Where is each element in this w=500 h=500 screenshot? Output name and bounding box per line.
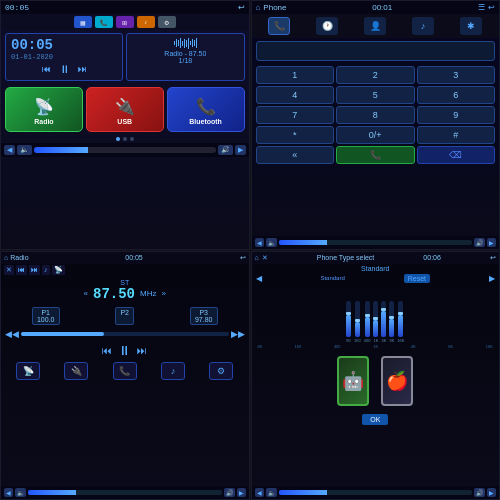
s4-eq-slider-1k[interactable] bbox=[373, 301, 378, 337]
s2-key-8[interactable]: 8 bbox=[336, 106, 415, 124]
s4-android-icon: 🤖 bbox=[337, 356, 369, 406]
s3-icon-prev[interactable]: ⏮ bbox=[16, 265, 27, 275]
s1-app-radio[interactable]: 📡 Radio bbox=[5, 87, 83, 132]
s2-menu-icon[interactable]: ☰ bbox=[478, 3, 485, 12]
s1-play-btn[interactable]: ⏸ bbox=[59, 63, 70, 75]
s1-progress-bar bbox=[34, 147, 216, 153]
s4-eq-handle-16k bbox=[398, 312, 403, 315]
s4-eq-slider-400[interactable] bbox=[365, 301, 370, 337]
s3-icon-note[interactable]: ♪ bbox=[42, 265, 50, 275]
s4-back-icon[interactable]: ↩ bbox=[490, 254, 496, 262]
s4-eq-slider-160[interactable] bbox=[355, 301, 360, 337]
s4-bb-vol-up[interactable]: 🔊 bbox=[474, 488, 485, 497]
s2-bb-vol-down[interactable]: 🔈 bbox=[266, 238, 277, 247]
s4-header-icons: ⌂ ✕ bbox=[255, 254, 268, 262]
s2-key-7[interactable]: 7 bbox=[256, 106, 335, 124]
s2-key-6[interactable]: 6 bbox=[417, 86, 496, 104]
s3-app-bt[interactable]: 📞 bbox=[113, 362, 137, 380]
s3-ctrl-prev[interactable]: ⏮ bbox=[102, 345, 112, 356]
s1-app-bluetooth[interactable]: 📞 Bluetooth bbox=[167, 87, 245, 132]
s2-tab-phone[interactable]: 📞 bbox=[268, 17, 290, 35]
s2-key-left-arrow[interactable]: « bbox=[256, 146, 335, 164]
s2-tab-bt[interactable]: ✱ bbox=[460, 17, 482, 35]
s2-call-btn[interactable]: 📞 bbox=[336, 146, 415, 164]
s4-close-icon[interactable]: ✕ bbox=[262, 254, 268, 262]
s1-back-btn[interactable]: ◀ bbox=[4, 145, 15, 155]
s4-eq-prev[interactable]: ◀ bbox=[256, 274, 262, 283]
s3-header-icons: ⌂ Radio bbox=[4, 254, 29, 261]
s1-vol-up-btn[interactable]: 🔊 bbox=[218, 145, 233, 155]
s2-home-icon[interactable]: ⌂ bbox=[256, 3, 261, 12]
s2-bb-vol-up[interactable]: 🔊 bbox=[474, 238, 485, 247]
s3-preset-3[interactable]: P3 97.80 bbox=[190, 307, 218, 325]
s1-back-icon[interactable]: ↩ bbox=[238, 3, 245, 12]
s1-bt-icon: 📞 bbox=[196, 97, 216, 116]
s2-key-star[interactable]: * bbox=[256, 126, 335, 144]
s4-eq-slider-80[interactable] bbox=[346, 301, 351, 337]
s3-icon-x[interactable]: ✕ bbox=[4, 265, 14, 275]
s2-tab-music[interactable]: ♪ bbox=[412, 17, 434, 35]
s3-bb-vol-down[interactable]: 🔈 bbox=[15, 488, 26, 497]
s4-eq-slider-16k[interactable] bbox=[398, 301, 403, 337]
s1-time: 00:05 bbox=[5, 3, 29, 12]
s3-icon-radio[interactable]: 📡 bbox=[52, 265, 65, 275]
s3-preset-1[interactable]: P1 100.0 bbox=[32, 307, 60, 325]
s3-bb-back[interactable]: ◀ bbox=[4, 488, 13, 497]
s2-key-0[interactable]: 0/+ bbox=[336, 126, 415, 144]
s1-fwd-btn[interactable]: ▶ bbox=[235, 145, 246, 155]
s1-vol-down-btn[interactable]: 🔈 bbox=[17, 145, 32, 155]
s3-seek-left[interactable]: ◀◀ bbox=[5, 329, 19, 339]
s1-icon-apps[interactable]: ⊞ bbox=[116, 16, 134, 28]
s1-next-btn[interactable]: ⏭ bbox=[78, 64, 87, 74]
s3-back-icon[interactable]: ↩ bbox=[240, 254, 246, 262]
s2-key-9[interactable]: 9 bbox=[417, 106, 496, 124]
s4-bb-back[interactable]: ◀ bbox=[255, 488, 264, 497]
s1-app-usb[interactable]: 🔌 USB bbox=[86, 87, 164, 132]
s3-app-radio[interactable]: 📡 bbox=[16, 362, 40, 380]
s2-header-left: ⌂ Phone bbox=[256, 3, 287, 12]
s4-apple-option[interactable]: 🍎 bbox=[381, 356, 413, 406]
s2-key-4[interactable]: 4 bbox=[256, 86, 335, 104]
s2-bb-back[interactable]: ◀ bbox=[255, 238, 264, 247]
s4-eq-slider-8k[interactable] bbox=[389, 301, 394, 337]
s3-app-usb[interactable]: 🔌 bbox=[64, 362, 88, 380]
s3-freq-left-arrow[interactable]: « bbox=[84, 289, 88, 298]
s2-tab-contacts[interactable]: 👤 bbox=[364, 17, 386, 35]
s4-home-icon[interactable]: ⌂ bbox=[255, 254, 259, 262]
s3-bb-fwd[interactable]: ▶ bbox=[237, 488, 246, 497]
s4-ok-btn[interactable]: OK bbox=[362, 414, 388, 425]
s2-backspace-btn[interactable]: ⌫ bbox=[417, 146, 496, 164]
s1-prev-btn[interactable]: ⏮ bbox=[42, 64, 51, 74]
s2-back-icon[interactable]: ↩ bbox=[488, 3, 495, 12]
s4-android-option[interactable]: 🤖 bbox=[337, 356, 369, 406]
s1-icon-phone[interactable]: 📞 bbox=[95, 16, 113, 28]
s1-clock-date: 01-01-2020 bbox=[11, 53, 117, 61]
s2-key-3[interactable]: 3 bbox=[417, 66, 496, 84]
s3-app-music[interactable]: ♪ bbox=[161, 362, 185, 380]
s2-tab-recent[interactable]: 🕐 bbox=[316, 17, 338, 35]
s2-key-1[interactable]: 1 bbox=[256, 66, 335, 84]
s2-bb-fwd[interactable]: ▶ bbox=[487, 238, 496, 247]
s3-preset-2[interactable]: P2 bbox=[115, 307, 134, 325]
s2-key-5[interactable]: 5 bbox=[336, 86, 415, 104]
s3-bb-vol-up[interactable]: 🔊 bbox=[224, 488, 235, 497]
s3-icon-next[interactable]: ⏭ bbox=[29, 265, 40, 275]
s1-icon-music[interactable]: ♪ bbox=[137, 16, 155, 28]
s3-app-settings[interactable]: ⚙ bbox=[209, 362, 233, 380]
s4-num-1: 80 bbox=[258, 344, 262, 349]
s4-eq-label: Standard bbox=[252, 264, 500, 273]
s4-bb-vol-down[interactable]: 🔈 bbox=[266, 488, 277, 497]
s4-eq-next[interactable]: ▶ bbox=[489, 274, 495, 283]
s4-eq-slider-4k[interactable] bbox=[381, 301, 386, 337]
s2-key-hash[interactable]: # bbox=[417, 126, 496, 144]
s2-key-2[interactable]: 2 bbox=[336, 66, 415, 84]
s1-icon-grid[interactable]: ▦ bbox=[74, 16, 92, 28]
s1-icon-settings[interactable]: ⚙ bbox=[158, 16, 176, 28]
s3-freq-right-arrow[interactable]: » bbox=[161, 289, 165, 298]
s3-ctrl-next[interactable]: ⏭ bbox=[137, 345, 147, 356]
s4-bb-fwd[interactable]: ▶ bbox=[487, 488, 496, 497]
s3-ctrl-play[interactable]: ⏸ bbox=[118, 343, 131, 358]
s3-home-icon[interactable]: ⌂ bbox=[4, 254, 8, 261]
s3-seek-right[interactable]: ▶▶ bbox=[231, 329, 245, 339]
s4-reset-btn[interactable]: Reset bbox=[404, 274, 430, 283]
